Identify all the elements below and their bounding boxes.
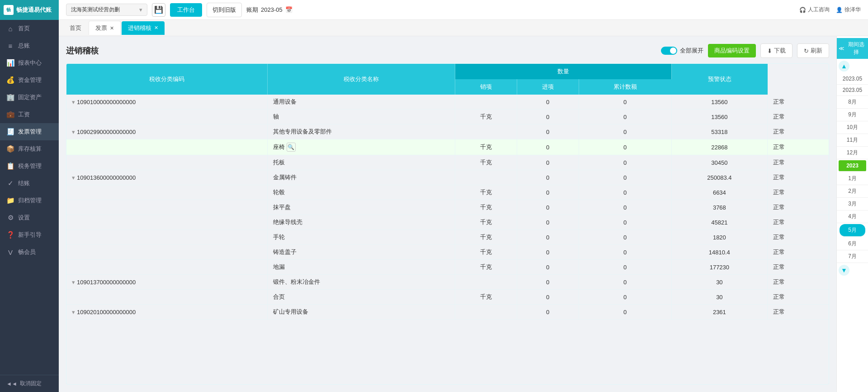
sidebar-item-archive[interactable]: 📁 归档管理 bbox=[0, 192, 59, 209]
period-header-label: 期间选择 bbox=[846, 41, 866, 56]
table-row-purchase-2: 0 bbox=[579, 124, 671, 139]
sidebar-item-inventory[interactable]: 📦 库存核算 bbox=[0, 140, 59, 158]
table-row-indent-13 bbox=[66, 290, 267, 305]
sidebar-item-fixed-assets[interactable]: 🏢 固定资产 bbox=[0, 89, 59, 106]
table-row-total-5: 250083.4 bbox=[671, 170, 767, 185]
table-row-status-10: 正常 bbox=[768, 245, 829, 260]
data-table-wrap[interactable]: 税收分类编码 税收分类名称 数量 预警状态 销项 进项 累计数额 ▾109010… bbox=[66, 63, 829, 385]
period-month-5[interactable]: 5月 bbox=[840, 224, 865, 237]
support-button[interactable]: 🎧 人工咨询 bbox=[799, 6, 830, 14]
calendar-icon[interactable]: 📅 bbox=[285, 6, 292, 13]
guide-icon: ❓ bbox=[6, 231, 14, 239]
period-item-2[interactable]: 2023.05 bbox=[837, 85, 868, 96]
sidebar-item-reports[interactable]: 📊 报表中心 bbox=[0, 54, 59, 72]
period-month-9[interactable]: 9月 bbox=[837, 109, 868, 121]
period-month-4[interactable]: 4月 bbox=[837, 210, 868, 223]
page-header: 进销稽核 全部展开 商品编码设置 ⬇ 下载 ↻ 刷新 bbox=[66, 43, 829, 58]
page-actions: 全部展开 商品编码设置 ⬇ 下载 ↻ 刷新 bbox=[661, 43, 829, 58]
table-row-name-1: 轴 bbox=[267, 110, 455, 124]
sidebar-item-funds[interactable]: 💰 资金管理 bbox=[0, 72, 59, 89]
table-row-unit-10: 千克 bbox=[455, 245, 517, 260]
company-selector[interactable]: 沈海英测试经营勿删 ▾ bbox=[66, 4, 147, 16]
toggle-all[interactable]: 全部展开 bbox=[661, 47, 703, 55]
table-row-sale-5: 0 bbox=[517, 170, 579, 185]
user-menu[interactable]: 👤 徐泽华 bbox=[836, 6, 861, 14]
period-month-12[interactable]: 12月 bbox=[837, 147, 868, 159]
period-panel-header: ≪ 期间选择 bbox=[837, 38, 868, 59]
download-btn[interactable]: ⬇ 下载 bbox=[760, 43, 793, 58]
table-row-sale-10: 0 bbox=[517, 245, 579, 260]
content-area: 进销稽核 全部展开 商品编码设置 ⬇ 下载 ↻ 刷新 bbox=[59, 36, 868, 392]
collapse-icon[interactable]: ▾ bbox=[72, 129, 75, 135]
table-row-total-3: 22868 bbox=[671, 139, 767, 155]
sidebar-item-tax[interactable]: 📋 税务管理 bbox=[0, 158, 59, 175]
table-row-unit-9: 千克 bbox=[455, 230, 517, 245]
table-row-unit-5 bbox=[455, 170, 517, 185]
sidebar-label-reports: 报表中心 bbox=[18, 59, 42, 67]
tab-reconciliation-close[interactable]: ✕ bbox=[154, 25, 158, 31]
sidebar-item-salary[interactable]: 💼 工资 bbox=[0, 106, 59, 123]
settings-icon: ⚙ bbox=[6, 214, 14, 222]
collapse-icon[interactable]: ▾ bbox=[72, 279, 75, 286]
expand-icon[interactable]: ≪ bbox=[839, 45, 844, 52]
table-row-code-5: ▾109013600000000000 bbox=[66, 170, 267, 185]
table-row-name-6: 轮毂 bbox=[267, 185, 455, 200]
table-row-status-7: 正常 bbox=[768, 200, 829, 215]
topbar: 沈海英测试经营勿删 ▾ 💾 工作台 切到旧版 账期 2023-05 📅 🎧 人工… bbox=[59, 0, 868, 20]
sidebar-item-home[interactable]: ⌂ 首页 bbox=[0, 20, 59, 37]
table-row-code-12: ▾109013700000000000 bbox=[66, 275, 267, 290]
table-row-sale-4: 0 bbox=[517, 155, 579, 170]
period-month-1[interactable]: 1月 bbox=[837, 172, 868, 185]
table-row-sale-12: 0 bbox=[517, 275, 579, 290]
collapse-icon[interactable]: ▾ bbox=[72, 99, 75, 105]
toggle-switch[interactable] bbox=[661, 47, 677, 55]
period-month-6[interactable]: 6月 bbox=[837, 238, 868, 250]
table-row-indent-7 bbox=[66, 200, 267, 215]
settings-btn[interactable]: 商品编码设置 bbox=[708, 44, 756, 57]
period-month-3[interactable]: 3月 bbox=[837, 198, 868, 210]
tab-invoice-close[interactable]: ✕ bbox=[110, 25, 114, 31]
period-month-2[interactable]: 2月 bbox=[837, 185, 868, 198]
period-month-10[interactable]: 10月 bbox=[837, 121, 868, 134]
cancel-fixed-btn[interactable]: ◄◄ 取消固定 bbox=[0, 375, 59, 392]
table-row-status-0: 正常 bbox=[768, 95, 829, 110]
table-row-total-4: 30450 bbox=[671, 155, 767, 170]
th-total: 累计数额 bbox=[579, 79, 671, 95]
sidebar-item-settlement[interactable]: ✓ 结账 bbox=[0, 175, 59, 192]
period-up-btn[interactable]: ▲ bbox=[839, 61, 849, 72]
period-month-7[interactable]: 7月 bbox=[837, 250, 868, 263]
collapse-icon[interactable]: ▾ bbox=[72, 309, 75, 316]
table-row-unit-6: 千克 bbox=[455, 185, 517, 200]
th-purchase: 进项 bbox=[517, 79, 579, 95]
legacy-button[interactable]: 切到旧版 bbox=[207, 3, 242, 17]
table-row-purchase-9: 0 bbox=[579, 230, 671, 245]
refresh-btn[interactable]: ↻ 刷新 bbox=[797, 43, 829, 58]
table-row-name-13: 合页 bbox=[267, 290, 455, 305]
table-row-sale-8: 0 bbox=[517, 215, 579, 230]
tab-reconciliation[interactable]: 进销稽核 ✕ bbox=[122, 21, 165, 35]
sidebar-item-settings[interactable]: ⚙ 设置 bbox=[0, 209, 59, 226]
period-item-1[interactable]: 2023.05 bbox=[837, 73, 868, 85]
tab-invoice[interactable]: 发票 ✕ bbox=[89, 21, 121, 35]
save-button[interactable]: 💾 bbox=[152, 3, 165, 17]
table-row-unit-12 bbox=[455, 275, 517, 290]
collapse-icon[interactable]: ▾ bbox=[72, 174, 75, 181]
table-row-status-13: 正常 bbox=[768, 290, 829, 305]
funds-icon: 💰 bbox=[6, 76, 14, 84]
app-logo: 畅 畅捷通易代账 bbox=[0, 0, 59, 20]
table-row-sale-1: 0 bbox=[517, 110, 579, 124]
sidebar-label-settings: 设置 bbox=[18, 214, 30, 222]
period-down-btn[interactable]: ▼ bbox=[839, 265, 849, 276]
period-month-8[interactable]: 8月 bbox=[837, 96, 868, 109]
table-row-indent-9 bbox=[66, 230, 267, 245]
period-month-11[interactable]: 11月 bbox=[837, 134, 868, 147]
sidebar-item-guide[interactable]: ❓ 新手引导 bbox=[0, 226, 59, 244]
search-inline-icon[interactable]: 🔍 bbox=[287, 143, 296, 152]
tab-home[interactable]: 首页 bbox=[63, 21, 88, 35]
save-icon: 💾 bbox=[154, 5, 163, 14]
sidebar-item-invoice[interactable]: 🧾 发票管理 bbox=[0, 123, 59, 140]
table-row-total-13: 30 bbox=[671, 290, 767, 305]
sidebar-item-ledger[interactable]: ≡ 总账 bbox=[0, 37, 59, 54]
sidebar-item-vip[interactable]: V 畅会员 bbox=[0, 244, 59, 261]
workspace-button[interactable]: 工作台 bbox=[170, 3, 202, 17]
